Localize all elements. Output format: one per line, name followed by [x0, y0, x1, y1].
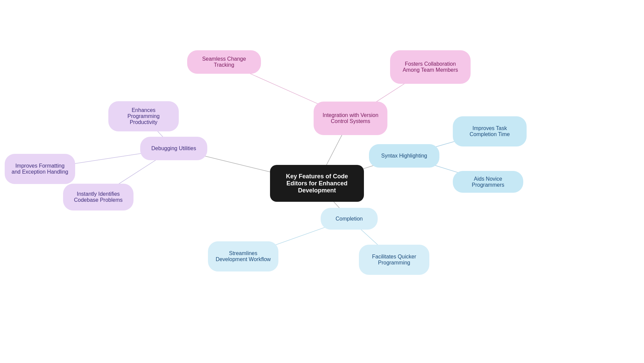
node-quicker[interactable]: Facilitates Quicker Programming — [359, 245, 429, 275]
node-debugging[interactable]: Debugging Utilities — [140, 137, 207, 160]
node-version_control[interactable]: Integration with Version Control Systems — [314, 102, 387, 135]
node-streamlines[interactable]: Streamlines Development Workflow — [208, 241, 278, 271]
node-syntax[interactable]: Syntax Highlighting — [369, 144, 439, 168]
node-formatting[interactable]: Improves Formatting and Exception Handli… — [5, 154, 75, 184]
node-change_tracking[interactable]: Seamless Change Tracking — [187, 50, 261, 74]
node-novice[interactable]: Aids Novice Programmers — [453, 171, 523, 193]
node-completion[interactable]: Completion — [321, 208, 378, 230]
node-collaboration[interactable]: Fosters Collaboration Among Team Members — [390, 50, 471, 84]
node-center[interactable]: Key Features of Code Editors for Enhance… — [270, 165, 364, 202]
mind-map: Key Features of Code Editors for Enhance… — [0, 0, 644, 363]
node-codebase[interactable]: Instantly Identifies Codebase Problems — [63, 184, 133, 210]
node-enhances[interactable]: Enhances Programming Productivity — [108, 101, 179, 131]
node-task_completion[interactable]: Improves Task Completion Time — [453, 116, 527, 146]
